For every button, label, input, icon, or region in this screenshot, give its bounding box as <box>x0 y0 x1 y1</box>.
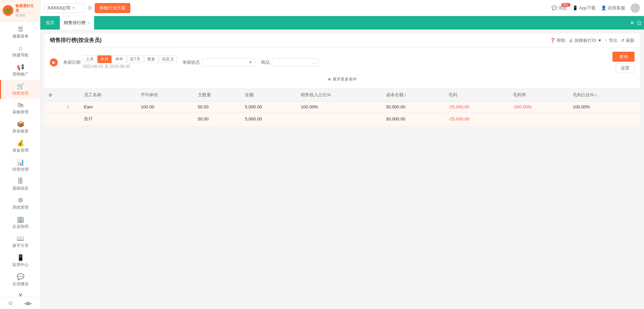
sidebar-item-label: 应用中心 <box>12 262 29 268</box>
cell-index: 1 <box>56 102 80 112</box>
sidebar-item-label: 新手引导 <box>12 243 29 249</box>
expand-btn[interactable]: ▼ 展开更多条件 <box>50 74 635 84</box>
date-btn-more[interactable]: 更多 <box>144 55 158 63</box>
enterprise-icon: 🏢 <box>17 216 24 223</box>
help-icon: ❓ <box>550 38 555 43</box>
sidebar-item-system[interactable]: ⚙ 系统管理 <box>0 194 40 213</box>
wechat-icon: 💬 <box>17 273 24 280</box>
member-icon: V <box>19 292 22 297</box>
expand-label: 展开更多条件 <box>333 76 357 82</box>
collapse-sidebar-btn[interactable]: ◀▶ <box>24 300 32 306</box>
cell-amount: 5,000.00 <box>241 102 297 112</box>
date-btn-this-year[interactable]: 本年 <box>112 55 126 63</box>
refresh-btn[interactable]: ↺ 刷新 <box>621 38 635 44</box>
home-tab-label: 首页 <box>46 20 54 26</box>
settings-icon[interactable]: ⚙ <box>87 5 92 11</box>
online-service-btn[interactable]: 👤 在线客服 <box>601 5 625 11</box>
sidebar-item-label: 库存核算 <box>12 128 29 134</box>
filter-settings-btn[interactable]: 设置 <box>616 63 635 73</box>
footer-amount: 5,000.00 <box>241 112 297 125</box>
date-label: 单据日期 <box>63 59 81 65</box>
sidebar-item-label: 快捷导航 <box>12 52 29 58</box>
goods-input[interactable]: ... <box>272 58 319 66</box>
filter-right: 查询 设置 <box>612 52 635 73</box>
col-avg-price: 平均单价 <box>137 89 194 102</box>
query-btn[interactable]: 查询 <box>612 52 635 62</box>
sidebar-item-guide[interactable]: 📖 新手引导 <box>0 232 40 251</box>
tab-sales-rank[interactable]: 销售排行榜 × <box>60 16 94 30</box>
cell-avg-price: 100.00 <box>137 102 194 112</box>
sidebar-item-label: 销售管理 <box>12 91 29 96</box>
sidebar-item-label: 搜索菜单 <box>12 34 29 39</box>
maximize-btn[interactable]: ⊡ <box>637 20 641 26</box>
cell-profit: -25,000.00 <box>444 102 509 112</box>
logo-sub: 标准版 <box>15 13 37 18</box>
tabbar: 首页 销售排行榜 × ✕ ⊡ <box>40 16 644 30</box>
close-window-btn[interactable]: ✕ <box>630 20 634 26</box>
sidebar-item-member[interactable]: V 畅会员 <box>0 290 40 297</box>
service-icon: 👤 <box>601 5 606 10</box>
date-btn-last-month[interactable]: 上月 <box>83 55 97 63</box>
sidebar-item-search[interactable]: ☰ 搜索菜单 <box>0 23 40 42</box>
sidebar-item-quick-nav[interactable]: ⌂ 快捷导航 <box>0 42 40 61</box>
date-btn-this-month[interactable]: 本月 <box>97 55 112 63</box>
caret-down-icon: ▼ <box>72 6 75 10</box>
profit-ratio-info-icon: ℹ <box>595 93 597 97</box>
footer-settings <box>44 112 56 125</box>
table-wrap: ⚙ 员工名称 平均单价 主数量 全额 销售收入占比% 成本全额 ℹ 毛利 毛利率… <box>44 89 640 125</box>
tab-close-icon[interactable]: × <box>88 20 90 25</box>
col-settings[interactable]: ⚙ <box>44 89 56 102</box>
print-btn[interactable]: 🖨 按模板打印 ▼ <box>569 38 602 44</box>
expand-icon: ▼ <box>328 77 332 82</box>
sidebar-item-label: 采购管理 <box>12 109 29 115</box>
topbar: XXXXX公司 ▼ ⚙ 体验行业方案 💬 消息 99+ 📱 App下载 👤 在线… <box>40 0 644 16</box>
tab-home[interactable]: 首页 <box>40 16 60 30</box>
company-select[interactable]: XXXXX公司 ▼ <box>44 3 85 13</box>
help-btn[interactable]: ❓ 帮助 <box>550 38 565 44</box>
date-btn-custom[interactable]: 自定义 <box>159 55 177 63</box>
cell-cost: 30,000.00 <box>382 102 444 112</box>
sidebar-item-label: 企业协同 <box>12 224 29 229</box>
page-header: 销售排行榜(按业务员) ❓ 帮助 🖨 按模板打印 ▼ ↑ 导出 ↺ 刷新 <box>44 34 640 48</box>
col-sales-ratio: 销售收入占比% <box>297 89 382 102</box>
data-table: ⚙ 员工名称 平均单价 主数量 全额 销售收入占比% 成本全额 ℹ 毛利 毛利率… <box>44 89 640 125</box>
date-btn-7days[interactable]: 近7天 <box>127 55 143 63</box>
status-select[interactable]: ▼ <box>202 58 256 66</box>
sidebar-item-marketing[interactable]: 📢 营销推广 <box>0 61 40 80</box>
purchase-icon: 🛍 <box>17 102 24 109</box>
date-btns: 上月 本月 本年 近7天 更多 自定义 <box>83 55 177 63</box>
status-caret-icon: ▼ <box>249 60 253 65</box>
refresh-icon: ↺ <box>621 38 625 43</box>
filter-arrow-btn[interactable]: ▶ <box>50 58 58 66</box>
export-label: 导出 <box>609 38 617 44</box>
filter-area: ▶ 单据日期 上月 本月 本年 近7天 更多 自定义 2023-06-01 <box>44 48 640 89</box>
avatar[interactable] <box>631 3 640 13</box>
col-amount: 全额 <box>241 89 297 102</box>
settings-footer-btn[interactable]: ⚙ <box>8 300 13 306</box>
sidebar-item-wechat[interactable]: 💬 企业微信 <box>0 270 40 290</box>
sidebar-item-enterprise[interactable]: 🏢 企业协同 <box>0 213 40 232</box>
cost-info-icon: ℹ <box>404 93 406 97</box>
sidebar-item-purchase[interactable]: 🛍 采购管理 <box>0 99 40 118</box>
col-profit-ratio: 毛利占比% ℹ <box>569 89 640 102</box>
industry-btn[interactable]: 体验行业方案 <box>95 3 130 13</box>
export-btn[interactable]: ↑ 导出 <box>605 38 618 44</box>
sidebar-item-app-center[interactable]: 📱 应用中心 <box>0 251 40 270</box>
message-btn[interactable]: 💬 消息 99+ <box>552 5 567 11</box>
sidebar-item-inventory[interactable]: 📦 库存核算 <box>0 118 40 137</box>
footer-profit: -25,000.00 <box>444 112 509 125</box>
sidebar-item-finance[interactable]: 💰 资金管理 <box>0 137 40 156</box>
col-quantity: 主数量 <box>194 89 241 102</box>
sidebar-item-operation[interactable]: 📊 经营管理 <box>0 156 40 175</box>
app-download-btn[interactable]: 📱 App下载 <box>572 5 596 11</box>
sidebar-menu: ☰ 搜索菜单 ⌂ 快捷导航 📢 营销推广 🛒 销售管理 🛍 采购管理 📦 库存核… <box>0 21 40 297</box>
basic-icon: 🗄 <box>17 178 24 185</box>
sidebar-item-basic[interactable]: 🗄 基础信息 <box>0 175 40 194</box>
sidebar-item-sales[interactable]: 🛒 销售管理 <box>0 80 40 99</box>
logo-name: 畅康通好生意 <box>15 3 37 13</box>
page-title: 销售排行榜(按业务员) <box>50 37 102 44</box>
finance-icon: 💰 <box>17 140 24 147</box>
system-icon: ⚙ <box>18 197 23 204</box>
footer-quantity: 50.00 <box>194 112 241 125</box>
home-icon: ⌂ <box>19 45 23 52</box>
